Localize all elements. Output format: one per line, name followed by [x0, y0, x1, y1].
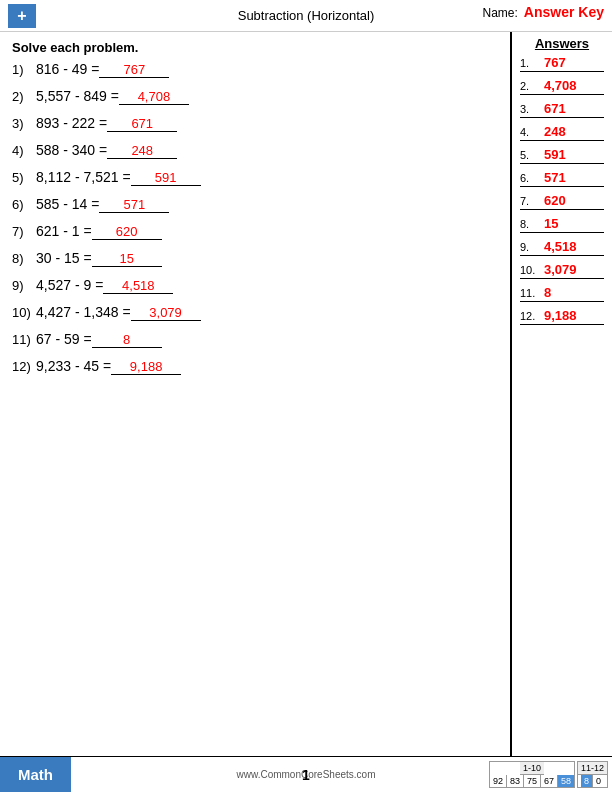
problem-row: 10) 4,427 - 1,348 = 3,079 — [12, 304, 498, 321]
instruction-text: Solve each problem. — [12, 40, 498, 55]
problem-number: 6) — [12, 197, 36, 212]
answer-row: 10. 3,079 — [520, 262, 604, 279]
answer-row: 7. 620 — [520, 193, 604, 210]
problem-expression: 67 - 59 = — [36, 331, 92, 347]
answer-field: 620 — [92, 224, 162, 240]
answer-number: 3. — [520, 103, 544, 115]
answer-row: 11. 8 — [520, 285, 604, 302]
problem-expression: 9,233 - 45 = — [36, 358, 111, 374]
problem-row: 12) 9,233 - 45 = 9,188 — [12, 358, 498, 375]
answer-field: 248 — [107, 143, 177, 159]
answer-number: 5. — [520, 149, 544, 161]
problem-number: 10) — [12, 305, 36, 320]
problem-expression: 893 - 222 = — [36, 115, 107, 131]
answer-row: 1. 767 — [520, 55, 604, 72]
problems-section: Solve each problem. 1) 816 - 49 = 767 2)… — [0, 32, 512, 756]
problem-row: 9) 4,527 - 9 = 4,518 — [12, 277, 498, 294]
answer-field: 4,518 — [103, 278, 173, 294]
answer-key-section: Answers 1. 767 2. 4,708 3. 671 4. 248 5.… — [512, 32, 612, 756]
problem-expression: 4,527 - 9 = — [36, 277, 103, 293]
answer-value: 620 — [544, 193, 566, 208]
footer-stats: 1-10 92837567 58 11-12 80 — [489, 761, 608, 788]
answer-field: 4,708 — [119, 89, 189, 105]
answer-row: 9. 4,518 — [520, 239, 604, 256]
problem-expression: 8,112 - 7,521 = — [36, 169, 131, 185]
answer-number: 11. — [520, 287, 544, 299]
answer-number: 12. — [520, 310, 544, 322]
problem-row: 4) 588 - 340 = 248 — [12, 142, 498, 159]
answer-number: 2. — [520, 80, 544, 92]
problem-number: 8) — [12, 251, 36, 266]
main-content: Solve each problem. 1) 816 - 49 = 767 2)… — [0, 32, 612, 756]
problem-expression: 5,557 - 849 = — [36, 88, 119, 104]
answer-field: 15 — [92, 251, 162, 267]
problem-expression: 30 - 15 = — [36, 250, 92, 266]
stat-val: 75 — [524, 775, 541, 787]
problem-row: 2) 5,557 - 849 = 4,708 — [12, 88, 498, 105]
problem-row: 8) 30 - 15 = 15 — [12, 250, 498, 267]
problem-row: 6) 585 - 14 = 571 — [12, 196, 498, 213]
answer-number: 1. — [520, 57, 544, 69]
problems-container: 1) 816 - 49 = 767 2) 5,557 - 849 = 4,708… — [12, 61, 498, 375]
problem-expression: 621 - 1 = — [36, 223, 92, 239]
stat-group-1-10: 1-10 92837567 58 — [489, 761, 575, 788]
answer-field: 9,188 — [111, 359, 181, 375]
page-header: + Subtraction (Horizontal) Name: Answer … — [0, 0, 612, 32]
answer-value: 8 — [544, 285, 551, 300]
answers-header: Answers — [520, 36, 604, 51]
answer-value: 767 — [544, 55, 566, 70]
page-number: 1 — [302, 767, 310, 783]
answer-row: 6. 571 — [520, 170, 604, 187]
page-footer: Math www.CommonCoreSheets.com 1 1-10 928… — [0, 756, 612, 792]
problem-number: 11) — [12, 332, 36, 347]
answer-number: 10. — [520, 264, 544, 276]
problem-number: 2) — [12, 89, 36, 104]
badge-text: Math — [18, 766, 53, 783]
problem-expression: 816 - 49 = — [36, 61, 99, 77]
answer-field: 671 — [107, 116, 177, 132]
answer-value: 9,188 — [544, 308, 577, 323]
problem-number: 12) — [12, 359, 36, 374]
answers-container: 1. 767 2. 4,708 3. 671 4. 248 5. 591 6. … — [520, 55, 604, 325]
answer-value: 571 — [544, 170, 566, 185]
stat-val: 67 — [541, 775, 558, 787]
stat-val: 0 — [593, 775, 604, 787]
answer-field: 3,079 — [131, 305, 201, 321]
answer-field: 8 — [92, 332, 162, 348]
problem-row: 1) 816 - 49 = 767 — [12, 61, 498, 78]
stat-val: 8 — [581, 775, 593, 787]
answer-number: 4. — [520, 126, 544, 138]
answer-value: 15 — [544, 216, 558, 231]
answer-value: 671 — [544, 101, 566, 116]
answer-field: 767 — [99, 62, 169, 78]
answer-row: 8. 15 — [520, 216, 604, 233]
problem-expression: 4,427 - 1,348 = — [36, 304, 131, 320]
answer-number: 7. — [520, 195, 544, 207]
answer-value: 591 — [544, 147, 566, 162]
logo-icon: + — [8, 4, 36, 28]
answer-value: 4,518 — [544, 239, 577, 254]
answer-key-label: Answer Key — [524, 4, 604, 20]
problem-number: 4) — [12, 143, 36, 158]
math-badge: Math — [0, 757, 71, 793]
problem-number: 3) — [12, 116, 36, 131]
answer-row: 4. 248 — [520, 124, 604, 141]
answer-row: 3. 671 — [520, 101, 604, 118]
problem-number: 9) — [12, 278, 36, 293]
answer-number: 6. — [520, 172, 544, 184]
problem-expression: 588 - 340 = — [36, 142, 107, 158]
answer-value: 4,708 — [544, 78, 577, 93]
name-label: Name: — [483, 6, 518, 20]
stat-label: 11-12 — [578, 762, 607, 775]
problem-number: 5) — [12, 170, 36, 185]
stat-group-11-12: 11-12 80 — [577, 761, 608, 788]
stat-val: 92 — [490, 775, 507, 787]
answer-field: 591 — [131, 170, 201, 186]
problem-number: 7) — [12, 224, 36, 239]
answer-row: 12. 9,188 — [520, 308, 604, 325]
answer-value: 3,079 — [544, 262, 577, 277]
problem-row: 7) 621 - 1 = 620 — [12, 223, 498, 240]
problem-expression: 585 - 14 = — [36, 196, 99, 212]
stat-highlight: 58 — [558, 775, 574, 787]
answer-field: 571 — [99, 197, 169, 213]
